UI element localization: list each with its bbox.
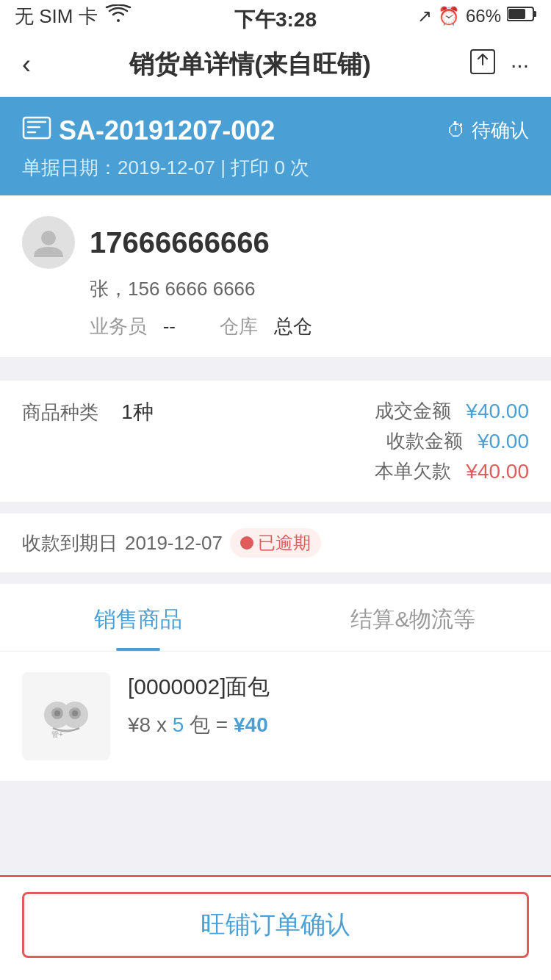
due-date-value: 2019-12-07	[125, 532, 223, 555]
svg-rect-1	[533, 11, 536, 17]
due-date-bar: 收款到期日 2019-12-07 已逾期	[0, 514, 551, 572]
order-meta: 单据日期：2019-12-07 | 打印 0 次	[22, 155, 529, 181]
svg-point-5	[41, 231, 56, 245]
wifi-icon	[105, 4, 132, 29]
status-left: 无 SIM 卡	[15, 4, 132, 29]
product-info: [0000002]面包 ¥8 x 5 包 = ¥40	[128, 672, 529, 739]
product-qty: 5	[173, 713, 184, 736]
product-unit: 包	[190, 713, 210, 736]
due-date-label: 收款到期日	[22, 530, 118, 556]
summary-row: 商品种类 1种 成交金额 ¥40.00 收款金额 ¥0.00 本单欠款 ¥40.…	[0, 381, 551, 502]
nav-bar: ‹ 销货单详情(来自旺铺) ···	[0, 32, 551, 97]
order-icon	[22, 115, 51, 146]
separator-1	[0, 369, 551, 381]
clock-icon: ⏱	[447, 119, 466, 142]
tab-sales-products[interactable]: 销售商品	[0, 584, 276, 651]
order-id: SA-20191207-002	[22, 115, 275, 146]
product-thumbnail: 管+	[22, 672, 110, 760]
svg-point-10	[54, 710, 60, 716]
overdue-badge: 已逾期	[230, 528, 321, 558]
alarm-icon: ⏰	[438, 6, 460, 26]
battery-label: 66%	[466, 6, 501, 26]
status-bar: 无 SIM 卡 下午3:28 ↗ ⏰ 66%	[0, 0, 551, 32]
more-icon[interactable]: ···	[511, 52, 529, 77]
confirm-order-button[interactable]: 旺铺订单确认	[22, 892, 529, 958]
customer-meta: 业务员 -- 仓库 总仓	[90, 314, 529, 339]
overdue-dot-icon	[240, 536, 253, 550]
separator-2	[0, 502, 551, 514]
bottom-btn-wrap: 旺铺订单确认	[0, 875, 551, 980]
price-multiplier: x	[156, 713, 173, 736]
product-name: [0000002]面包	[128, 672, 529, 702]
product-price: ¥8 x 5 包 = ¥40	[128, 711, 529, 739]
location-icon: ↗	[417, 6, 432, 26]
amount-received: 收款金额 ¥0.00	[386, 428, 529, 454]
customer-card: 17666666666 张，156 6666 6666 业务员 -- 仓库 总仓	[0, 195, 551, 357]
customer-phone: 17666666666	[90, 226, 270, 259]
summary-right: 成交金额 ¥40.00 收款金额 ¥0.00 本单欠款 ¥40.00	[375, 398, 529, 484]
sales-label: 业务员 --	[90, 314, 176, 339]
svg-rect-2	[508, 9, 525, 19]
status-right: ↗ ⏰ 66%	[417, 6, 536, 26]
status-time: 下午3:28	[234, 6, 317, 34]
amount-deal: 成交金额 ¥40.00	[375, 398, 529, 424]
summary-left: 商品种类 1种	[22, 398, 154, 426]
customer-sub: 张，156 6666 6666	[90, 276, 529, 302]
tabs-bar: 销售商品 结算&物流等	[0, 584, 551, 652]
tab-settlement[interactable]: 结算&物流等	[276, 584, 551, 651]
sim-label: 无 SIM 卡	[15, 4, 98, 29]
warehouse-label: 仓库 总仓	[220, 314, 312, 339]
price-equals: =	[216, 713, 234, 736]
back-button[interactable]: ‹	[22, 49, 31, 80]
product-list: 管+ [0000002]面包 ¥8 x 5 包 = ¥40	[0, 652, 551, 782]
battery-icon	[507, 6, 536, 26]
order-header-card: SA-20191207-002 ⏱ 待确认 单据日期：2019-12-07 | …	[0, 97, 551, 195]
separator-3	[0, 572, 551, 584]
svg-point-11	[72, 710, 78, 716]
nav-actions: ···	[469, 48, 529, 80]
item-type-row: 商品种类 1种	[22, 398, 154, 426]
avatar	[22, 216, 75, 269]
page-title: 销货单详情(来自旺铺)	[129, 48, 371, 82]
product-total: ¥40	[234, 713, 268, 736]
svg-text:管+: 管+	[51, 730, 63, 738]
overdue-text: 已逾期	[258, 531, 311, 555]
product-item: 管+ [0000002]面包 ¥8 x 5 包 = ¥40	[0, 652, 551, 782]
status-label: 待确认	[472, 118, 529, 143]
order-status: ⏱ 待确认	[447, 118, 529, 143]
price-value: ¥8	[128, 713, 151, 736]
share-icon[interactable]	[469, 48, 496, 80]
amount-owed: 本单欠款 ¥40.00	[375, 458, 529, 484]
